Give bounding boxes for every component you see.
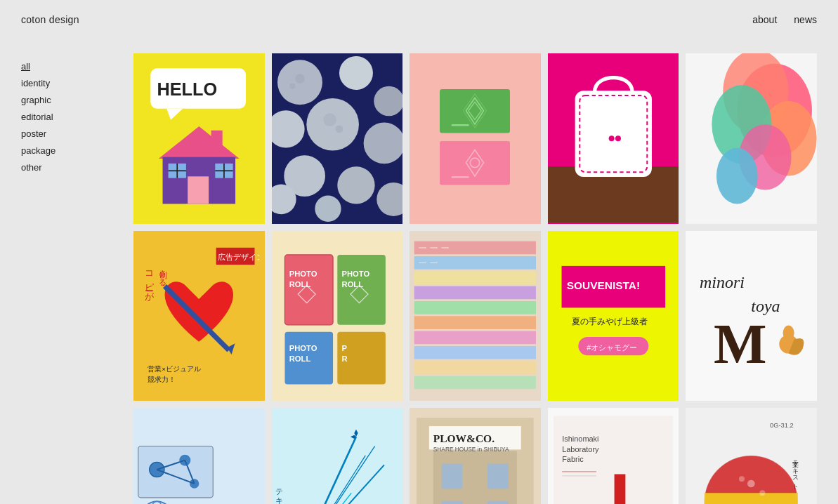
svg-text:制さる: 制さる — [159, 265, 167, 286]
svg-marker-1 — [166, 109, 183, 120]
svg-point-43 — [716, 148, 758, 204]
svg-text:L: L — [609, 458, 656, 504]
svg-text:Laboratory: Laboratory — [562, 445, 599, 453]
svg-point-36 — [608, 135, 614, 141]
svg-point-129 — [739, 476, 745, 482]
svg-text:ROLL: ROLL — [289, 354, 310, 363]
grid-item-tape-rolls[interactable] — [410, 231, 541, 402]
grid-item-geometric-lines[interactable]: テキスト — [272, 408, 403, 504]
sidebar: all identity graphic editorial poster pa… — [21, 53, 105, 504]
svg-text:営業×ビジュアル: 営業×ビジュアル — [148, 365, 201, 373]
grid-item-minori-toya[interactable]: minori toya M — [686, 231, 817, 402]
nav-news[interactable]: news — [794, 14, 817, 25]
svg-rect-28 — [440, 89, 510, 133]
grid-item-pencil-heart[interactable]: コピーが 制さる 営業×ビジュアル 競求力！ 広告デザイン — [133, 231, 265, 402]
svg-rect-97 — [272, 409, 403, 504]
svg-rect-69 — [414, 301, 536, 314]
sidebar-link-other[interactable]: other — [21, 162, 42, 173]
svg-point-14 — [339, 56, 373, 90]
nav-about[interactable]: about — [752, 14, 777, 25]
svg-text:P: P — [341, 344, 347, 352]
sidebar-link-editorial[interactable]: editorial — [21, 112, 53, 122]
grid-item-plow-co[interactable]: PLOW&CO. SHARE HOUSE in SHIBUYA — [410, 408, 541, 504]
svg-point-16 — [272, 110, 305, 147]
sidebar-link-identity[interactable]: identity — [21, 78, 50, 88]
grid-item-hello-house[interactable]: HELLO — [133, 53, 265, 224]
page-layout: all identity graphic editorial poster pa… — [0, 39, 838, 504]
svg-text:#オシャモグー: #オシャモグー — [587, 343, 637, 352]
svg-text:SOUVENISTA!: SOUVENISTA! — [566, 279, 639, 291]
sidebar-link-all[interactable]: all — [21, 61, 30, 72]
svg-point-27 — [335, 126, 343, 133]
grid-item-green-card[interactable] — [410, 53, 541, 224]
sidebar-item-package[interactable]: package — [21, 145, 105, 156]
svg-text:コピーが: コピーが — [144, 265, 155, 301]
svg-point-128 — [760, 490, 766, 496]
svg-rect-29 — [452, 124, 469, 126]
grid-item-souvenista[interactable]: SOUVENISTA! 夏の手みやげ上級者 #オシャモグー — [548, 231, 679, 402]
sidebar-link-poster[interactable]: poster — [21, 128, 46, 139]
grid-item-bag[interactable] — [548, 53, 679, 224]
grid-item-lab-fabric[interactable]: L Ishinomaki Laboratory Fabric — [548, 408, 679, 504]
svg-text:文字テキスト: 文字テキスト — [793, 456, 800, 490]
svg-rect-34 — [576, 92, 651, 176]
svg-text:SHARE HOUSE in SHIBUYA: SHARE HOUSE in SHIBUYA — [433, 446, 509, 453]
svg-rect-108 — [487, 464, 509, 489]
sidebar-item-all[interactable]: all — [21, 60, 105, 72]
svg-point-25 — [289, 84, 295, 89]
svg-rect-70 — [414, 316, 536, 329]
svg-text:広告デザイン: 広告デザイン — [218, 252, 258, 260]
svg-point-20 — [337, 166, 374, 204]
svg-text:R: R — [341, 354, 347, 363]
svg-rect-52 — [284, 255, 333, 325]
sidebar-nav: all identity graphic editorial poster pa… — [21, 60, 105, 173]
svg-marker-47 — [228, 343, 235, 354]
svg-text:PLOW&CO.: PLOW&CO. — [433, 432, 495, 444]
svg-text:0G-31.2: 0G-31.2 — [770, 422, 794, 429]
sidebar-item-editorial[interactable]: editorial — [21, 111, 105, 122]
site-logo[interactable]: coton design — [21, 14, 79, 25]
svg-text:競求力！: 競求力！ — [148, 376, 176, 383]
svg-rect-6 — [188, 176, 209, 204]
svg-rect-72 — [414, 346, 536, 359]
sidebar-link-graphic[interactable]: graphic — [21, 95, 51, 105]
svg-text:PHOTO: PHOTO — [289, 270, 317, 278]
svg-text:テキスト: テキスト — [274, 484, 283, 504]
svg-point-18 — [363, 123, 402, 164]
svg-rect-32 — [452, 176, 469, 178]
grid-item-clouds[interactable] — [686, 53, 817, 224]
sidebar-item-poster[interactable]: poster — [21, 128, 105, 139]
svg-point-24 — [295, 74, 304, 83]
grid-item-moon-pattern[interactable] — [272, 53, 403, 224]
svg-text:ROLL: ROLL — [289, 280, 310, 289]
svg-rect-30 — [440, 141, 510, 185]
grid-item-photo-roll[interactable]: PHOTO ROLL PHOTO ROLL PHOTO ROLL P R — [272, 231, 403, 402]
svg-marker-3 — [159, 126, 240, 159]
svg-point-15 — [374, 86, 402, 117]
svg-point-37 — [615, 135, 621, 141]
svg-rect-124 — [705, 493, 798, 504]
grid-item-blueprint[interactable] — [133, 408, 265, 504]
svg-rect-73 — [414, 361, 536, 374]
svg-text:M: M — [714, 313, 766, 375]
svg-point-127 — [747, 480, 755, 488]
svg-rect-56 — [337, 255, 386, 325]
sidebar-link-package[interactable]: package — [21, 145, 55, 156]
sidebar-item-identity[interactable]: identity — [21, 77, 105, 88]
grid-item-circle-design[interactable]: 0G-31.2 文字テキスト — [686, 408, 817, 504]
svg-text:ROLL: ROLL — [341, 280, 363, 289]
svg-rect-109 — [442, 501, 463, 504]
svg-rect-74 — [414, 376, 536, 389]
svg-point-84 — [783, 325, 794, 340]
svg-text:Fabric: Fabric — [562, 456, 584, 464]
sidebar-item-other[interactable]: other — [21, 161, 105, 173]
svg-text:minori: minori — [700, 273, 745, 291]
sidebar-item-graphic[interactable]: graphic — [21, 94, 105, 105]
svg-text:Ishinomaki: Ishinomaki — [562, 435, 598, 443]
svg-text:HELLO: HELLO — [157, 79, 217, 99]
svg-rect-110 — [487, 501, 509, 504]
svg-rect-4 — [211, 131, 223, 150]
svg-text:PHOTO: PHOTO — [289, 344, 317, 352]
work-grid: HELLO — [133, 53, 817, 504]
svg-rect-71 — [414, 331, 536, 344]
